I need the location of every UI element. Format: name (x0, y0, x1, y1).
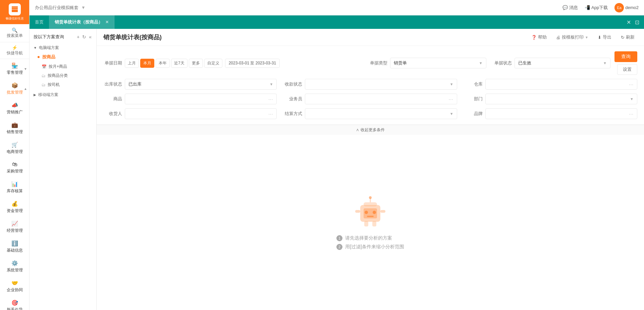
maximize-btn[interactable]: ⊡ (633, 18, 641, 26)
tab-home[interactable]: 首页 (30, 15, 49, 29)
sidebar-item-purchase[interactable]: 🛍 采购管理 (0, 158, 29, 177)
app-logo: 畅捷信好生意 (0, 0, 30, 24)
receipt-caret-icon: ▼ (450, 82, 453, 86)
collapse-label: ∧ 收起更多条件 (356, 127, 384, 133)
tab-sales-stats[interactable]: 销货单统计表（按商品） ✕ (49, 15, 114, 29)
filter-payment: 结算方式 ▼ (283, 108, 457, 119)
cashier-icon: 🗂 (42, 83, 46, 87)
sidebar-item-retail-label: 零售管理 (7, 70, 23, 75)
collapse-panel-btn[interactable]: « (88, 34, 92, 40)
sidebar-item-system[interactable]: ⚙️ 系统管理 (0, 257, 29, 276)
operation-icon: 📈 (11, 220, 18, 227)
date-btn-this-year[interactable]: 本年 (156, 59, 170, 68)
collapse-bar[interactable]: ∧ 收起更多条件 (97, 125, 644, 135)
settings-button[interactable]: 设置 (617, 64, 637, 75)
query-button[interactable]: 查询 (614, 51, 637, 62)
desktop-scheme-group-title[interactable]: ▼ 电脑端方案 (30, 44, 96, 52)
search-menu[interactable]: 🔍 搜索菜单 (0, 24, 29, 42)
search-menu-label: 搜索菜单 (7, 33, 23, 39)
help-btn[interactable]: ❓ 帮助 (529, 33, 549, 42)
message-btn[interactable]: 💬 消息 (562, 5, 578, 11)
mobile-scheme-group: ▶ 移动端方案 (30, 91, 96, 99)
user-btn[interactable]: Ea demo2 (614, 3, 639, 12)
workspace-dropdown-icon[interactable]: ▼ (81, 5, 86, 10)
product-dots-icon: ··· (268, 97, 273, 102)
tip1-text: 请先选择要分析的方案 (345, 235, 392, 241)
receiver-label: 收货人 (103, 111, 122, 117)
app-download-btn[interactable]: 📲 App下载 (585, 5, 608, 11)
filter-out-status: 出库状态 已出库 ▼ (103, 79, 277, 90)
close-window-btn[interactable]: ✕ (625, 18, 633, 26)
refresh-btn[interactable]: ↻ 刷新 (618, 33, 637, 42)
tab-sales-stats-label: 销货单统计表（按商品） (55, 19, 103, 25)
system-icon: ⚙️ (11, 260, 18, 266)
type-caret-icon: ▼ (479, 61, 483, 65)
scheme-item-by-month-product[interactable]: 📅 按月+商品 (30, 62, 96, 71)
out-status-value: 已出库 (128, 81, 142, 87)
payment-select[interactable]: ▼ (305, 108, 457, 119)
svg-rect-10 (364, 221, 368, 226)
receiver-select[interactable]: ··· (125, 108, 277, 119)
scheme-item-by-cashier[interactable]: 🗂 按司机 (30, 80, 96, 89)
empty-tips: 1 请先选择要分析的方案 2 用[过滤]条件来缩小分析范围 (336, 235, 404, 250)
out-status-select[interactable]: 已出库 ▼ (125, 79, 277, 90)
export-btn[interactable]: ⬇ 导出 (595, 33, 614, 42)
product-label: 商品 (103, 96, 122, 102)
brand-select[interactable]: ··· (485, 108, 637, 119)
department-select[interactable]: ▼ (485, 94, 637, 104)
salesperson-dots-icon: ··· (449, 97, 453, 102)
sidebar-item-operation[interactable]: 📈 经营管理 (0, 217, 29, 237)
empty-state: 1 请先选择要分析的方案 2 用[过滤]条件来缩小分析范围 (97, 135, 644, 310)
type-label: 单据类型 (369, 60, 387, 66)
refresh-scheme-btn[interactable]: ↻ (82, 34, 87, 40)
warehouse-dots-icon: ··· (629, 82, 634, 87)
mobile-scheme-group-title[interactable]: ▶ 移动端方案 (30, 91, 96, 99)
close-tab-icon[interactable]: ✕ (105, 20, 109, 24)
salesperson-select[interactable]: ··· (305, 94, 457, 104)
filter-area: 单据日期 上月 本月 本年 近7天 更多 自定义 2023-03-01 至 20… (97, 46, 644, 125)
sidebar-item-ecom-label: 电商管理 (7, 149, 23, 155)
logo-icon (9, 3, 21, 15)
tip2-text: 用[过滤]条件来缩小分析范围 (345, 244, 404, 250)
warehouse-select[interactable]: ··· (485, 79, 637, 90)
sidebar-item-retail[interactable]: 🏪 零售管理 ▼ (0, 59, 29, 79)
header-actions: 💬 消息 📲 App下载 Ea demo2 (562, 3, 639, 12)
sidebar-item-newbie[interactable]: 🎯 新手引导 (0, 296, 29, 310)
product-select[interactable]: ··· (125, 94, 277, 104)
sidebar-item-enterprise[interactable]: 🤝 企业协同 (0, 276, 29, 296)
sidebar-item-ecom[interactable]: 🛒 电商管理 (0, 138, 29, 158)
sidebar-item-inventory[interactable]: 📊 库存核算 (0, 177, 29, 197)
receipt-status-select[interactable]: ▼ (305, 79, 457, 90)
empty-illustration (354, 195, 387, 228)
quick-nav[interactable]: ⚡ 快捷导航 (0, 42, 29, 59)
sidebar-item-sales[interactable]: 💼 销售管理 (0, 118, 29, 138)
svg-point-3 (373, 211, 376, 214)
sidebar-item-marketing[interactable]: 📣 营销推广 (0, 99, 29, 118)
add-scheme-btn[interactable]: + (76, 34, 80, 40)
empty-tip-2: 2 用[过滤]条件来缩小分析范围 (336, 244, 404, 250)
scheme-by-product-label: 按商品 (42, 54, 55, 60)
filter-receipt-status: 收款状态 ▼ (283, 79, 457, 90)
print-btn[interactable]: 🖨 按模板打印 ▼ (553, 33, 591, 42)
sidebar-item-wholesale[interactable]: 📦 批发管理 ▲ (0, 79, 29, 99)
filter-brand: 品牌 ··· (464, 108, 637, 119)
sidebar-item-finance[interactable]: 💰 资金管理 (0, 197, 29, 217)
scheme-item-by-category[interactable]: 🗂 按商品分类 (30, 71, 96, 80)
newbie-icon: 🎯 (11, 300, 18, 306)
sidebar-item-marketing-label: 营销推广 (7, 109, 23, 115)
date-btn-this-month[interactable]: 本月 (140, 59, 154, 68)
sidebar-item-basic[interactable]: ℹ️ 基础信息 (0, 237, 29, 257)
sidebar-item-sales-label: 销售管理 (7, 129, 23, 135)
date-btn-custom[interactable]: 自定义 (204, 59, 222, 68)
sidebar: 畅捷信好生意 🔍 搜索菜单 ⚡ 快捷导航 🏪 零售管理 ▼ 📦 批发管理 ▲ 📣… (0, 0, 30, 310)
scheme-item-by-product[interactable]: 按商品 (30, 52, 96, 62)
payment-label: 结算方式 (283, 111, 302, 117)
date-btn-7days[interactable]: 近7天 (171, 59, 187, 68)
date-btn-last-month[interactable]: 上月 (125, 59, 139, 68)
filter-status: 单据状态 已生效 ▼ (493, 58, 610, 68)
status-select[interactable]: 已生效 ▼ (515, 58, 610, 68)
date-btn-more[interactable]: 更多 (189, 59, 203, 68)
filter-department: 部门 ▼ (464, 94, 637, 104)
type-select[interactable]: 销货单 ▼ (390, 58, 486, 68)
receipt-status-label: 收款状态 (283, 81, 302, 87)
